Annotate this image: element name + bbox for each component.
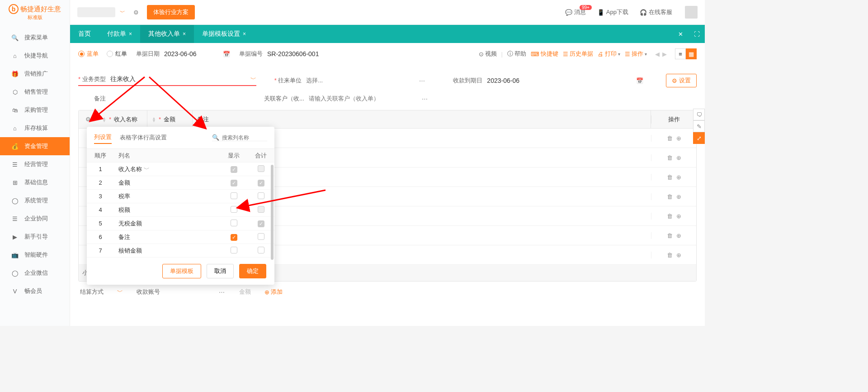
view-detail-icon[interactable]: ▦ xyxy=(686,48,697,59)
unit-more-icon[interactable]: ⋯ xyxy=(419,77,426,84)
add-settlement-button[interactable]: ⊕添加 xyxy=(264,288,283,296)
online-service-link[interactable]: 🎧 在线客服 xyxy=(640,8,672,16)
close-icon[interactable]: × xyxy=(183,31,186,37)
popup-search[interactable]: 🔍 xyxy=(212,134,267,141)
sidebar-item-sys[interactable]: ◯系统管理 xyxy=(0,191,70,210)
chevron-down-icon[interactable]: ﹀ xyxy=(117,288,123,296)
unit-field[interactable]: 往来单位 ⋯ xyxy=(274,76,426,85)
sidebar-item-guide[interactable]: ▶新手引导 xyxy=(0,228,70,246)
checkbox[interactable] xyxy=(231,234,237,241)
app-download-link[interactable]: 📱 App下载 xyxy=(597,8,628,16)
float-note-icon[interactable]: 🗨 xyxy=(693,109,705,120)
copy-icon[interactable]: ⊕ xyxy=(676,252,681,258)
customer-field[interactable]: 关联客户（收... ⋯ xyxy=(264,95,429,103)
sidebar-item-vip[interactable]: V畅会员 xyxy=(0,282,70,300)
checkbox[interactable] xyxy=(258,247,264,253)
close-icon[interactable]: × xyxy=(243,31,246,37)
calendar-icon[interactable]: 📅 xyxy=(636,77,643,84)
tab[interactable]: 首页 xyxy=(70,25,99,43)
popup-scrollbar[interactable] xyxy=(271,165,274,260)
account-field[interactable]: 收款账号 ⋯ xyxy=(137,288,226,296)
checkbox[interactable] xyxy=(231,247,237,253)
checkbox[interactable] xyxy=(231,220,237,226)
org-dropdown-icon[interactable]: ﹀ xyxy=(120,9,125,16)
template-button[interactable]: 单据模板 xyxy=(162,264,201,278)
remark-input[interactable] xyxy=(110,95,246,102)
tab-fullscreen-icon[interactable]: ⛶ xyxy=(689,31,705,38)
bill-date-value[interactable]: 2023-06-06 xyxy=(164,50,218,57)
copy-icon[interactable]: ⊕ xyxy=(676,154,681,161)
help-link[interactable]: ⓘ帮助 xyxy=(507,50,526,58)
sidebar-item-hw[interactable]: 📺智能硬件 xyxy=(0,246,70,264)
sidebar-item-box[interactable]: ⌂库存核算 xyxy=(0,119,70,137)
history-link[interactable]: ☰历史单据 xyxy=(563,50,593,58)
calendar-icon[interactable]: 📅 xyxy=(223,51,230,57)
sidebar-item-team[interactable]: ☰企业协同 xyxy=(0,210,70,228)
tab-close-all-icon[interactable]: ✕ xyxy=(672,31,689,38)
grid-col-remark[interactable]: 备注 xyxy=(193,110,651,128)
sidebar-item-cart[interactable]: 🛍采购管理 xyxy=(0,101,70,119)
settings-button[interactable]: ⚙设置 xyxy=(666,74,697,87)
operate-link[interactable]: ☰操作▾ xyxy=(625,50,647,58)
sidebar-item-tag[interactable]: ⬡销售管理 xyxy=(0,83,70,101)
tab[interactable]: 其他收入单× xyxy=(140,25,194,43)
delete-icon[interactable]: 🗑 xyxy=(667,232,673,239)
next-icon[interactable]: ▶ xyxy=(662,51,667,57)
trial-plan-button[interactable]: 体验行业方案 xyxy=(147,5,195,19)
grid-col-income-name[interactable]: ▲▼*收入名称 xyxy=(98,110,147,128)
sidebar-item-money[interactable]: 💰资金管理 xyxy=(0,137,70,155)
print-link[interactable]: 🖨打印▾ xyxy=(598,50,620,58)
chevron-down-icon[interactable]: ﹀ xyxy=(250,75,256,83)
remark-field[interactable]: 备注 xyxy=(78,95,246,103)
confirm-button[interactable]: 确定 xyxy=(239,264,266,278)
checkbox[interactable] xyxy=(258,192,264,199)
due-date-field[interactable]: 收款到期日 2023-06-06 📅 xyxy=(453,76,643,85)
grid-col-amount[interactable]: ▲▼*金额 xyxy=(147,110,193,128)
delete-icon[interactable]: 🗑 xyxy=(667,213,673,220)
popup-tab-font[interactable]: 表格字体行高设置 xyxy=(120,132,167,143)
prev-icon[interactable]: ◀ xyxy=(655,51,660,57)
sidebar-item-wechat[interactable]: ◯企业微信 xyxy=(0,264,70,282)
delete-icon[interactable]: 🗑 xyxy=(667,174,673,181)
cancel-button[interactable]: 取消 xyxy=(207,264,234,278)
hotkey-link[interactable]: ⌨快捷键 xyxy=(531,50,558,58)
delete-icon[interactable]: 🗑 xyxy=(667,135,673,142)
delete-icon[interactable]: 🗑 xyxy=(667,252,673,258)
float-expand-icon[interactable]: ⤢ xyxy=(693,132,705,144)
settings-gear-icon[interactable]: ⚙ xyxy=(133,9,139,16)
amount-field[interactable]: 金额 xyxy=(239,288,251,296)
delete-icon[interactable]: 🗑 xyxy=(667,193,673,200)
radio-blue[interactable]: 蓝单 xyxy=(78,50,99,58)
messages-link[interactable]: 💬 消息 99+ xyxy=(565,8,586,16)
grid-settings-icon[interactable]: ⚙ xyxy=(79,116,98,123)
checkbox[interactable] xyxy=(231,192,237,199)
customer-more-icon[interactable]: ⋯ xyxy=(422,96,429,102)
biz-type-field[interactable]: 业务类型 往来收入 ﹀ xyxy=(78,75,256,86)
avatar[interactable] xyxy=(685,6,698,19)
sidebar-item-gift[interactable]: 🎁营销推广 xyxy=(0,65,70,83)
float-edit-icon[interactable]: ✎ xyxy=(693,120,705,132)
view-list-icon[interactable]: ≡ xyxy=(675,48,686,59)
copy-icon[interactable]: ⊕ xyxy=(676,193,681,200)
chevron-down-icon[interactable]: ﹀ xyxy=(144,165,150,173)
copy-icon[interactable]: ⊕ xyxy=(676,232,681,239)
sidebar-item-search[interactable]: 🔍搜索菜单 xyxy=(0,29,70,47)
radio-red[interactable]: 红单 xyxy=(107,50,127,58)
copy-icon[interactable]: ⊕ xyxy=(676,135,681,142)
popup-search-input[interactable] xyxy=(222,134,267,141)
checkbox[interactable] xyxy=(231,206,237,213)
video-link[interactable]: ⊙视频 xyxy=(479,50,497,58)
copy-icon[interactable]: ⊕ xyxy=(676,174,681,181)
delete-icon[interactable]: 🗑 xyxy=(667,154,673,161)
copy-icon[interactable]: ⊕ xyxy=(676,213,681,220)
checkbox[interactable] xyxy=(258,233,264,240)
tab[interactable]: 付款单× xyxy=(99,25,140,43)
unit-input[interactable] xyxy=(306,77,415,84)
close-icon[interactable]: × xyxy=(129,31,132,37)
tab[interactable]: 单据模板设置× xyxy=(194,25,254,43)
popup-tab-columns[interactable]: 列设置 xyxy=(94,131,112,144)
sidebar-item-chart[interactable]: ☰经营管理 xyxy=(0,155,70,173)
sidebar-item-db[interactable]: ⊞基础信息 xyxy=(0,173,70,191)
settle-method-field[interactable]: 结算方式 ﹀ xyxy=(80,288,123,296)
sidebar-item-home[interactable]: ⌂快捷导航 xyxy=(0,47,70,65)
